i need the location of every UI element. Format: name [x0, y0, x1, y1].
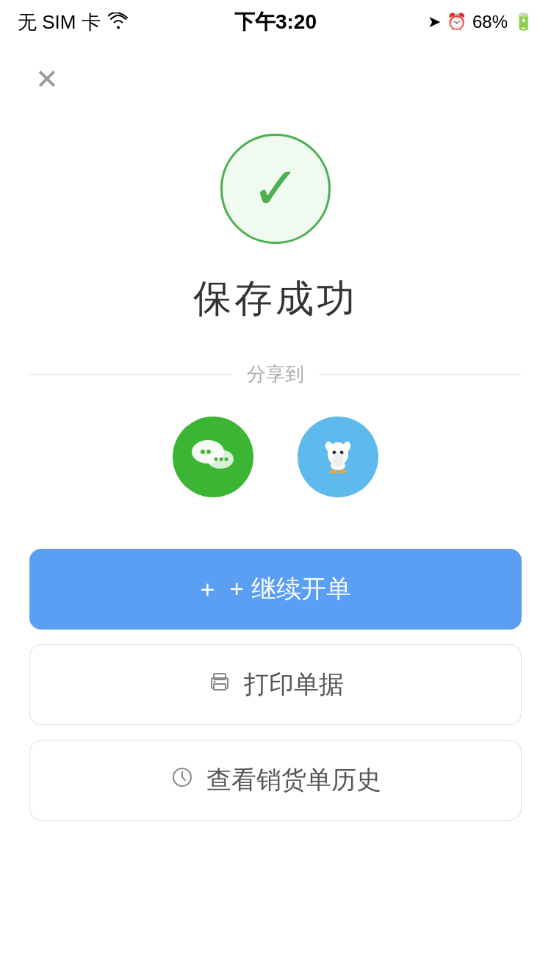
share-label: 分享到 [247, 361, 304, 387]
history-button[interactable]: 查看销货单历史 [29, 740, 522, 821]
success-title: 保存成功 [193, 273, 358, 325]
battery-text: 68% [472, 12, 508, 32]
close-button[interactable]: ✕ [29, 62, 65, 97]
print-button[interactable]: 打印单据 [29, 644, 522, 725]
wifi-icon [108, 11, 129, 34]
action-buttons: + + 继续开单 打印单据 查看销货单历史 [29, 549, 522, 821]
status-left: 无 SIM 卡 [18, 10, 129, 35]
qq-share-button[interactable] [298, 417, 378, 497]
svg-point-4 [215, 458, 218, 461]
continue-label: + 继续开单 [229, 572, 350, 606]
alarm-icon: ⏰ [447, 12, 467, 32]
print-icon [207, 669, 232, 700]
status-right: ➤ ⏰ 68% 🔋 [428, 12, 533, 32]
close-icon: ✕ [35, 65, 59, 93]
qq-icon [314, 433, 361, 480]
svg-rect-19 [214, 684, 226, 690]
print-label: 打印单据 [244, 668, 344, 702]
svg-point-20 [214, 681, 216, 683]
history-label: 查看销货单历史 [206, 763, 381, 797]
share-icons [29, 417, 522, 497]
wechat-icon [187, 431, 239, 483]
success-circle: ✓ [220, 134, 331, 244]
checkmark-icon: ✓ [251, 159, 300, 218]
svg-point-1 [201, 450, 205, 454]
battery-icon: 🔋 [514, 12, 533, 32]
svg-point-5 [220, 458, 223, 461]
share-divider: 分享到 [29, 361, 522, 387]
no-sim-label: 无 SIM 卡 [18, 10, 101, 35]
svg-point-15 [330, 470, 337, 474]
main-content: ✓ 保存成功 分享到 [0, 104, 551, 980]
status-bar: 无 SIM 卡 下午3:20 ➤ ⏰ 68% 🔋 [0, 0, 551, 44]
continue-order-button[interactable]: + + 继续开单 [29, 549, 522, 630]
history-icon [170, 765, 195, 796]
divider-line-left [29, 374, 232, 375]
svg-point-14 [332, 453, 344, 467]
close-btn-area: ✕ [0, 44, 551, 104]
share-section: 分享到 [29, 361, 522, 497]
divider-line-right [319, 374, 522, 375]
wechat-share-button[interactable] [173, 417, 253, 497]
status-time: 下午3:20 [234, 8, 317, 36]
svg-point-16 [339, 470, 346, 474]
location-icon: ➤ [428, 12, 441, 32]
svg-point-6 [225, 458, 228, 461]
continue-icon: + [200, 575, 215, 604]
success-icon-container: ✓ [220, 134, 331, 244]
